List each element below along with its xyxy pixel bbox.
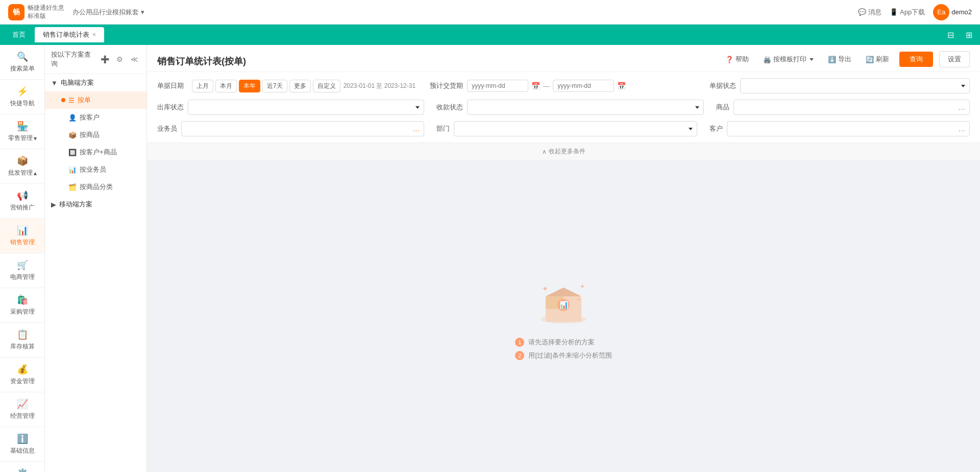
right-panel: 销售订单统计表(按单) ❓ 帮助 🖨️ 按模板打印 ⬇️ 导出 bbox=[147, 45, 980, 472]
scheme-group-header-mobile[interactable]: ▶ 移动端方案 bbox=[45, 196, 146, 213]
query-button[interactable]: 查询 bbox=[899, 52, 933, 67]
collapse-panel-button[interactable]: ≪ bbox=[129, 53, 140, 65]
quick-nav-icon: ⚡ bbox=[17, 86, 28, 97]
sidebar-item-sales[interactable]: 📊 销售管理 bbox=[0, 219, 44, 253]
tab-sales-order-stats[interactable]: 销售订单统计表 × bbox=[35, 27, 104, 42]
setting-scheme-button[interactable]: ⚙ bbox=[114, 53, 126, 65]
print-button[interactable]: 🖨️ 按模板打印 bbox=[759, 53, 818, 66]
scheme-group-header-pc[interactable]: ▼ 电脑端方案 bbox=[45, 74, 146, 91]
topbar-left: 畅 畅捷通好生意 标准版 办公用品行业模拟账套 ▾ bbox=[8, 4, 149, 20]
date-btn-custom[interactable]: 自定义 bbox=[313, 80, 340, 92]
finance-icon: 💰 bbox=[17, 364, 28, 375]
user-area[interactable]: Ea demo2 bbox=[933, 4, 972, 20]
sidebar-item-purchase[interactable]: 🛍️ 采购管理 bbox=[0, 288, 44, 323]
date-section: 上月 本月 本年 近7天 更多 自定义 2023-01-01 至 2023-12… bbox=[188, 80, 418, 92]
topbar-right: 💬 消息 📱 App下载 Ea demo2 bbox=[858, 4, 972, 20]
settings-button[interactable]: 设置 bbox=[939, 51, 970, 67]
system-icon: ⚙️ bbox=[17, 468, 28, 472]
sidebar-item-basic[interactable]: ℹ️ 基础信息 bbox=[0, 427, 44, 462]
sidebar-item-finance[interactable]: 💰 资金管理 bbox=[0, 358, 44, 392]
help-icon: ❓ bbox=[725, 56, 733, 63]
sidebar-item-quick-nav[interactable]: ⚡ 快捷导航 bbox=[0, 80, 44, 114]
page-header: 销售订单统计表(按单) ❓ 帮助 🖨️ 按模板打印 ⬇️ 导出 bbox=[147, 45, 980, 72]
department-select[interactable] bbox=[454, 121, 697, 136]
expected-delivery-section: 📅 — 📅 bbox=[467, 80, 697, 92]
salesperson-more-icon: … bbox=[412, 125, 420, 133]
tabbar-actions: ⊟ ⊞ bbox=[943, 28, 976, 42]
tab-home[interactable]: 首页 bbox=[4, 27, 34, 42]
company-selector[interactable]: 办公用品行业模拟账套 ▾ bbox=[68, 6, 149, 19]
scheme-item-by-category[interactable]: 🗂️ 按商品分类 bbox=[45, 178, 146, 196]
scheme-item-by-order[interactable]: ☰ 按单 bbox=[45, 91, 146, 109]
receive-status-select[interactable] bbox=[467, 100, 703, 115]
sidebar-item-retail[interactable]: 🏪 零售管理 ▾ bbox=[0, 114, 44, 149]
export-button[interactable]: ⬇️ 导出 bbox=[824, 53, 855, 66]
expected-delivery-label: 预计交货期 bbox=[430, 81, 463, 90]
scheme-group-mobile: ▶ 移动端方案 bbox=[45, 196, 146, 213]
scheme-item-by-customer-product[interactable]: 🔲 按客户+商品 bbox=[45, 144, 146, 161]
status-label: 单据状态 bbox=[709, 81, 736, 90]
sidebar: 🔍 搜索菜单 ⚡ 快捷导航 🏪 零售管理 ▾ 📦 批发管理 ▴ 📢 营销推广 bbox=[0, 45, 45, 472]
sidebar-item-inventory[interactable]: 📋 库存核算 bbox=[0, 323, 44, 358]
scheme-item-by-product[interactable]: 📦 按商品 bbox=[45, 126, 146, 144]
date-btn-last-month[interactable]: 上月 bbox=[192, 80, 213, 92]
add-scheme-button[interactable]: ➕ bbox=[99, 53, 111, 65]
date-btn-last-7-days[interactable]: 近7天 bbox=[262, 80, 287, 92]
group-expand-icon: ▼ bbox=[51, 79, 58, 87]
collapse-button[interactable]: ∧ 收起更多条件 bbox=[542, 147, 585, 156]
date-btn-more[interactable]: 更多 bbox=[289, 80, 311, 92]
minimize-button[interactable]: ⊟ bbox=[943, 28, 958, 42]
empty-tips: 1 请先选择要分析的方案 2 用[过滤]条件来缩小分析范围 bbox=[515, 338, 611, 364]
sidebar-item-marketing[interactable]: 📢 营销推广 bbox=[0, 184, 44, 219]
sidebar-item-system[interactable]: ⚙️ 系统管理 bbox=[0, 462, 44, 472]
message-button[interactable]: 💬 消息 bbox=[858, 8, 881, 17]
empty-tip-2: 2 用[过滤]条件来缩小分析范围 bbox=[515, 351, 611, 360]
sidebar-item-operations[interactable]: 📈 经营管理 bbox=[0, 392, 44, 427]
scheme-item-icon-category: 🗂️ bbox=[68, 183, 77, 191]
help-button[interactable]: ❓ 帮助 bbox=[721, 53, 753, 66]
salesperson-select[interactable]: … bbox=[181, 121, 424, 136]
expand-icon: ▾ bbox=[34, 135, 37, 142]
phone-icon: 📱 bbox=[890, 8, 898, 16]
main-layout: 🔍 搜索菜单 ⚡ 快捷导航 🏪 零售管理 ▾ 📦 批发管理 ▴ 📢 营销推广 bbox=[0, 45, 980, 472]
sidebar-item-search[interactable]: 🔍 搜索菜单 bbox=[0, 45, 44, 80]
expected-delivery-start-input[interactable] bbox=[467, 80, 528, 92]
svg-text:✦: ✦ bbox=[542, 285, 548, 293]
scheme-item-icon-person: 👤 bbox=[68, 114, 77, 122]
app-download-button[interactable]: 📱 App下载 bbox=[890, 8, 925, 17]
out-status-select[interactable] bbox=[188, 100, 424, 115]
calendar-end-icon[interactable]: 📅 bbox=[617, 82, 626, 90]
scheme-item-by-salesperson[interactable]: 📊 按业务员 bbox=[45, 161, 146, 178]
date-btn-this-year[interactable]: 本年 bbox=[239, 80, 260, 92]
collapse-row[interactable]: ∧ 收起更多条件 bbox=[147, 143, 980, 160]
department-label: 部门 bbox=[436, 124, 450, 133]
scheme-item-icon-list: ☰ bbox=[68, 97, 75, 104]
customer-select[interactable]: … bbox=[727, 121, 970, 136]
sidebar-item-ecommerce[interactable]: 🛒 电商管理 bbox=[0, 253, 44, 288]
out-status-arrow-icon bbox=[415, 106, 420, 109]
sidebar-item-wholesale[interactable]: 📦 批发管理 ▴ bbox=[0, 149, 44, 184]
maximize-button[interactable]: ⊞ bbox=[962, 28, 976, 42]
expected-delivery-end-input[interactable] bbox=[553, 80, 614, 92]
empty-illustration: 📊 ✦ ✦ ✦ bbox=[533, 268, 594, 329]
logo-area: 畅 畅捷通好生意 标准版 bbox=[8, 4, 64, 20]
svg-text:✦: ✦ bbox=[580, 283, 585, 290]
refresh-button[interactable]: 🔄 刷新 bbox=[862, 53, 893, 66]
date-btn-this-month[interactable]: 本月 bbox=[215, 80, 237, 92]
calendar-start-icon[interactable]: 📅 bbox=[531, 82, 540, 90]
salesperson-label: 业务员 bbox=[157, 124, 177, 133]
out-status-label: 出库状态 bbox=[157, 103, 184, 112]
operations-icon: 📈 bbox=[17, 398, 28, 410]
status-select[interactable] bbox=[740, 78, 970, 93]
tab-close-icon[interactable]: × bbox=[92, 31, 96, 38]
page-actions: ❓ 帮助 🖨️ 按模板打印 ⬇️ 导出 🔄 刷新 bbox=[721, 51, 970, 72]
marketing-icon: 📢 bbox=[17, 190, 28, 201]
product-select[interactable]: … bbox=[733, 100, 970, 115]
logo-text: 畅捷通好生意 标准版 bbox=[28, 4, 64, 20]
group-collapse-icon: ▶ bbox=[51, 201, 56, 208]
date-label: 单据日期 bbox=[157, 81, 184, 90]
sales-icon: 📊 bbox=[17, 225, 28, 236]
scheme-item-by-customer[interactable]: 👤 按客户 bbox=[45, 109, 146, 126]
message-icon: 💬 bbox=[858, 8, 866, 16]
left-panel: 按以下方案查询 ➕ ⚙ ≪ ▼ 电脑端方案 ☰ 按单 👤 bbox=[45, 45, 147, 472]
